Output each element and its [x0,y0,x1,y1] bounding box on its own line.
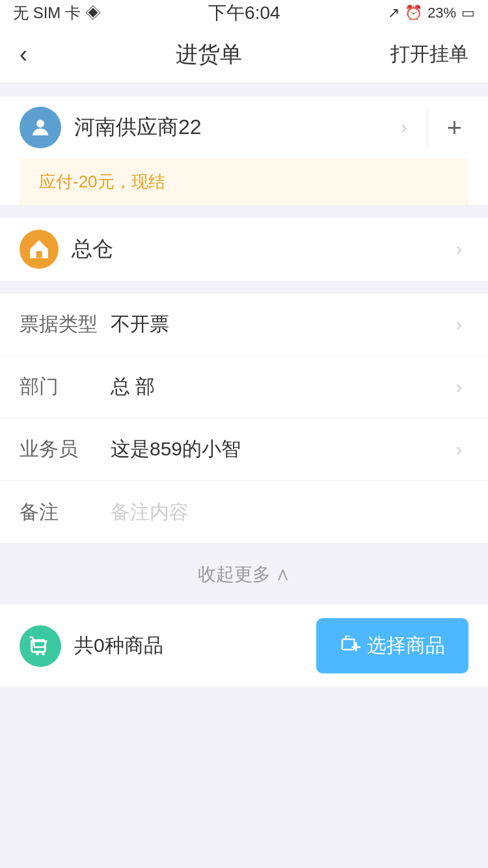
department-chevron-icon: › [456,377,462,398]
status-time: 下午6:04 [208,1,280,25]
bottom-bar: 共0种商品 选择商品 [0,605,488,686]
select-goods-button[interactable]: 选择商品 [316,618,468,673]
status-right: ↗ ⏰ 23% ▭ [388,5,475,21]
department-value: 总 部 [98,373,456,400]
select-goods-icon [340,636,360,657]
invoice-type-label: 票据类型 [20,311,98,338]
person-icon [29,116,52,139]
notice-bar: 应付-20元，现结 [20,159,468,205]
cart-icon [29,634,52,658]
location-icon: ↗ [388,5,400,21]
warehouse-row[interactable]: 总仓 › [20,218,468,280]
battery-icon: ▭ [461,5,475,21]
divider [427,108,427,147]
collapse-button[interactable]: 收起更多 ∧ [0,543,488,605]
remark-label: 备注 [20,499,98,526]
alarm-icon: ⏰ [405,5,422,21]
remark-input[interactable]: 备注内容 [98,499,468,526]
product-icon-bg [20,625,61,667]
warehouse-section[interactable]: 总仓 › [0,218,488,280]
supplier-chevron-icon: › [401,117,407,138]
page-title: 进货单 [176,40,242,70]
add-supplier-button[interactable]: + [441,113,468,142]
invoice-type-value: 不开票 [98,311,456,338]
select-goods-label: 选择商品 [367,632,445,659]
status-bar: 无 SIM 卡 ◈ 下午6:04 ↗ ⏰ 23% ▭ [0,0,488,26]
no-sim-label: 无 SIM 卡 ◈ [13,3,101,23]
form-section: 票据类型 不开票 › 部门 总 部 › 业务员 这是859的小智 › 备注 备注… [0,293,488,543]
svg-rect-1 [36,251,42,258]
supplier-section: 河南供应商22 › + 应付-20元，现结 [0,96,488,205]
salesperson-chevron-icon: › [456,439,462,460]
warehouse-name: 总仓 [72,235,456,264]
supplier-row[interactable]: 河南供应商22 › + [20,96,468,159]
supplier-name: 河南供应商22 [74,113,401,142]
warehouse-chevron-icon: › [456,239,462,260]
salesperson-row[interactable]: 业务员 这是859的小智 › [0,418,488,481]
department-row[interactable]: 部门 总 部 › [0,356,488,418]
svg-point-0 [36,120,44,128]
department-label: 部门 [20,373,98,400]
battery-label: 23% [427,5,456,21]
svg-point-3 [36,652,39,655]
back-button[interactable]: ‹ [20,41,27,68]
warehouse-icon-bg [20,230,59,269]
product-count: 共0种商品 [74,632,316,659]
remark-row[interactable]: 备注 备注内容 [0,481,488,543]
nav-bar: ‹ 进货单 打开挂单 [0,26,488,83]
invoice-type-chevron-icon: › [456,314,462,335]
house-icon [27,237,51,261]
salesperson-value: 这是859的小智 [98,436,456,463]
svg-rect-5 [342,639,355,649]
open-pending-button[interactable]: 打开挂单 [390,41,468,68]
status-left: 无 SIM 卡 ◈ [13,3,101,23]
avatar [20,107,61,148]
invoice-type-row[interactable]: 票据类型 不开票 › [0,293,488,356]
svg-point-4 [42,652,45,655]
main-content: 河南供应商22 › + 应付-20元，现结 总仓 › 票据类型 不开票 › [0,96,488,686]
salesperson-label: 业务员 [20,436,98,463]
